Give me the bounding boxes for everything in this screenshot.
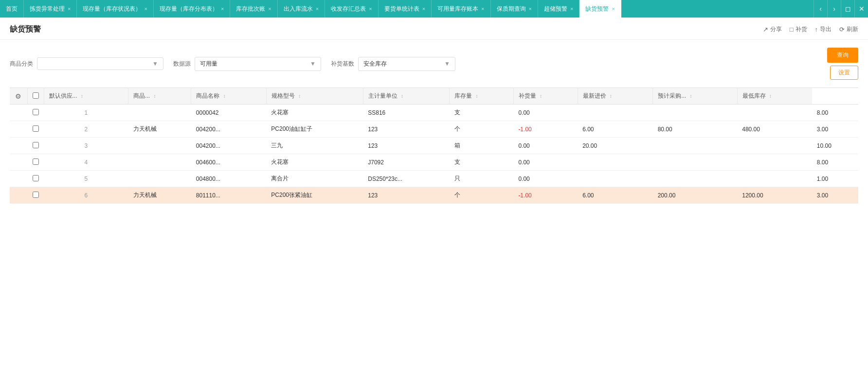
tab-scroll-right-btn[interactable]: › <box>827 0 841 18</box>
tab-label: 现存量（库存分布表） <box>160 5 218 13</box>
datasource-dropdown-icon: ▼ <box>310 60 316 67</box>
tab-close-icon[interactable]: × <box>570 6 573 12</box>
tab-close-icon[interactable]: × <box>529 6 532 12</box>
sort-icon[interactable]: ↕ <box>298 93 301 99</box>
row-replenish-qty <box>578 171 653 187</box>
tab-close-icon[interactable]: × <box>422 6 425 12</box>
table-row: 1 0000042 火花塞 SS816 支 0.00 8.00 <box>10 105 858 121</box>
tab-requisition-stat[interactable]: 要货单统计表 × <box>379 0 432 18</box>
sort-icon[interactable]: ↕ <box>690 93 692 99</box>
tab-receive-summary[interactable]: 收发存汇总表 × <box>325 0 378 18</box>
table-row: 6 力天机械 801110... PC200张紧油缸 123 个 -1.00 6… <box>10 187 858 204</box>
sort-icon[interactable]: ↕ <box>475 93 478 99</box>
sort-icon[interactable]: ↕ <box>540 93 542 99</box>
sort-icon[interactable]: ↕ <box>401 93 403 99</box>
replenish-button[interactable]: □ 补货 <box>790 25 807 34</box>
tab-close-icon[interactable]: × <box>481 6 484 12</box>
sort-icon[interactable]: ↕ <box>769 93 772 99</box>
tab-inventory-dist[interactable]: 现存量（库存分布表） × <box>154 0 230 18</box>
row-checkbox-cell <box>27 154 44 171</box>
row-checkbox[interactable] <box>33 125 39 132</box>
tab-home[interactable]: 首页 <box>0 0 24 18</box>
row-spec: SS816 <box>363 105 449 121</box>
row-unit: 个 <box>450 187 514 204</box>
tab-window-btn[interactable]: ◻ <box>841 0 854 18</box>
category-select[interactable]: ▼ <box>37 57 163 70</box>
row-min-stock: 3.00 <box>812 187 858 204</box>
refresh-icon: ⟳ <box>839 26 845 33</box>
row-checkbox[interactable] <box>33 109 39 115</box>
sort-icon[interactable]: ↕ <box>610 93 612 99</box>
column-settings-icon[interactable]: ⚙ <box>15 92 21 100</box>
tab-inventory-status[interactable]: 现存量（库存状况表） × <box>77 0 153 18</box>
row-est-purchase: 1200.00 <box>737 187 812 204</box>
replenish-basis-select[interactable]: 安全库存 ▼ <box>358 57 455 71</box>
datasource-select[interactable]: 可用量 ▼ <box>195 57 321 71</box>
filter-bar: 商品分类 ▼ 数据源 可用量 ▼ 补货基数 安全库存 ▼ 查询 设置 <box>0 40 868 88</box>
row-min-stock: 8.00 <box>812 105 858 121</box>
tab-close-icon[interactable]: × <box>369 6 372 12</box>
table-row: 3 004200... 三九 123 箱 0.00 20.00 10.00 <box>10 138 858 154</box>
tab-close-icon[interactable]: × <box>612 6 615 12</box>
category-label: 商品分类 <box>10 60 33 68</box>
tab-expiry-query[interactable]: 保质期查询 × <box>491 0 538 18</box>
datasource-label: 数据源 <box>173 60 191 68</box>
col-spec-label: 规格型号 <box>271 92 295 99</box>
tab-label: 出入库流水 <box>284 5 313 13</box>
row-unit: 个 <box>450 121 514 138</box>
col-est-purchase-label: 预计采购... <box>658 92 686 99</box>
tab-home-label: 首页 <box>6 5 18 13</box>
tab-close-icon[interactable]: × <box>268 6 271 12</box>
row-checkbox[interactable] <box>33 192 39 198</box>
query-button[interactable]: 查询 <box>827 48 858 63</box>
row-est-purchase <box>737 154 812 171</box>
sort-icon[interactable]: ↕ <box>153 93 156 99</box>
row-checkbox[interactable] <box>33 175 39 181</box>
row-spec: 123 <box>363 187 449 204</box>
category-dropdown-icon: ▼ <box>152 60 158 67</box>
col-checkbox <box>27 88 44 105</box>
export-button[interactable]: ↑ 导出 <box>815 25 832 34</box>
tab-close-icon[interactable]: × <box>221 6 224 12</box>
sort-icon[interactable]: ↕ <box>223 93 226 99</box>
tab-close-icon[interactable]: × <box>316 6 319 12</box>
refresh-label: 刷新 <box>847 25 858 34</box>
tab-batch-account[interactable]: 库存批次账 × <box>230 0 277 18</box>
col-product-code: 商品... ↕ <box>128 88 191 105</box>
row-product-code: 004200... <box>191 138 267 154</box>
tab-scroll-left-btn[interactable]: ‹ <box>814 0 827 18</box>
shortage-table: ⚙ 默认供应... ↕ 商品... ↕ 商品名称 ↕ <box>10 88 858 204</box>
tab-overstock[interactable]: 超储预警 × <box>538 0 579 18</box>
row-est-purchase <box>737 105 812 121</box>
row-product-code: 004200... <box>191 121 267 138</box>
sort-icon[interactable]: ↕ <box>81 93 83 99</box>
tab-shortage[interactable]: 缺货预警 × <box>579 0 621 18</box>
col-latest-price: 最新进价 ↕ <box>578 88 653 105</box>
tab-available-ledger[interactable]: 可用量库存账本 × <box>432 0 490 18</box>
tab-close-icon[interactable]: × <box>144 6 147 12</box>
row-stock-qty: 0.00 <box>513 105 578 121</box>
col-spec: 规格型号 ↕ <box>266 88 363 105</box>
row-product-name: 离合片 <box>266 171 363 187</box>
row-default-supplier <box>128 171 191 187</box>
export-icon: ↑ <box>815 26 818 33</box>
refresh-button[interactable]: ⟳ 刷新 <box>839 25 858 34</box>
col-stock-qty-label: 库存量 <box>454 92 472 99</box>
row-min-stock: 3.00 <box>812 121 858 138</box>
row-replenish-qty: 20.00 <box>578 138 653 154</box>
select-all-checkbox[interactable] <box>33 92 39 99</box>
row-product-name: PC200油缸缸子 <box>266 121 363 138</box>
row-latest-price <box>653 154 738 171</box>
tab-close-icon[interactable]: × <box>68 6 71 12</box>
row-latest-price: 80.00 <box>653 121 738 138</box>
tab-inout-flow[interactable]: 出入库流水 × <box>278 0 325 18</box>
row-checkbox[interactable] <box>33 142 39 148</box>
row-unit: 箱 <box>450 138 514 154</box>
tab-close-all-btn[interactable]: ✕ <box>854 0 868 18</box>
tab-abnormal[interactable]: 拣货异常处理 × <box>24 0 77 18</box>
col-settings: ⚙ <box>10 88 27 105</box>
share-button[interactable]: ↗ 分享 <box>763 25 782 34</box>
settings-button[interactable]: 设置 <box>830 66 858 80</box>
row-checkbox[interactable] <box>33 158 39 165</box>
row-checkbox-cell <box>27 187 44 204</box>
